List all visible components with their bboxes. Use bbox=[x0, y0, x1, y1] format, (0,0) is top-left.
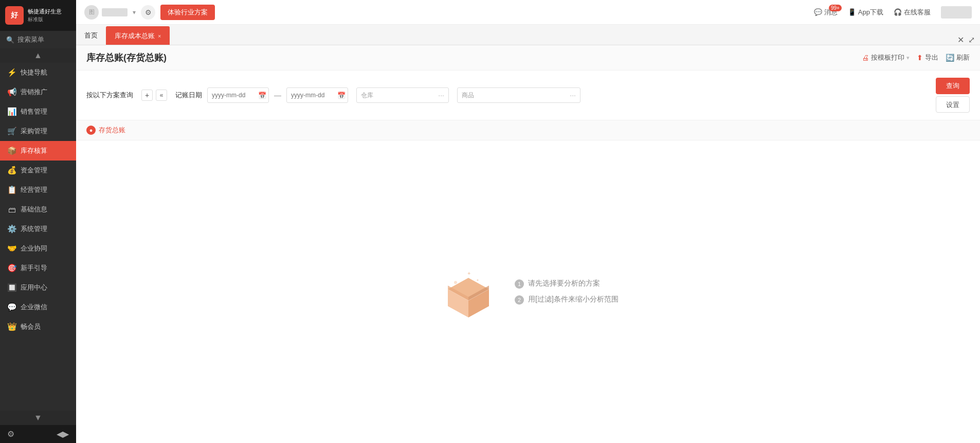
search-menu-label: 搜索菜单 bbox=[17, 35, 44, 44]
topbar-gear-button[interactable]: ⚙ bbox=[141, 5, 155, 20]
app-logo: 好 畅捷通好生意 标准版 bbox=[0, 0, 76, 31]
user-avatar: 图 bbox=[84, 5, 99, 20]
username-box bbox=[941, 6, 972, 19]
sidebar-item-label: 应用中心 bbox=[21, 283, 47, 292]
calendar-end-icon: 📅 bbox=[337, 92, 346, 99]
panel-expand-button[interactable]: ⤢ bbox=[968, 35, 975, 45]
sidebar-item-inventory[interactable]: 📦 库存核算 bbox=[0, 141, 76, 161]
sidebar-item-label: 基础信息 bbox=[21, 205, 47, 214]
date-end-input[interactable]: 📅 bbox=[286, 87, 348, 103]
date-start-input[interactable]: 📅 bbox=[207, 87, 269, 103]
message-button[interactable]: 💬 消息 99+ bbox=[814, 8, 838, 17]
warehouse-more-icon[interactable]: ··· bbox=[438, 91, 444, 99]
empty-state: ✦ ✦ 1 请先选择要分析的方案 2 用[过滤]条件来缩小分析范 bbox=[76, 140, 980, 443]
topbar-chevron-icon[interactable]: ▾ bbox=[133, 9, 136, 16]
message-badge: 99+ bbox=[829, 5, 842, 11]
inventory-icon: 📦 bbox=[7, 146, 16, 155]
sidebar-item-label: 系统管理 bbox=[21, 224, 47, 234]
basic-info-icon: 🗃 bbox=[7, 205, 16, 214]
sidebar-item-app-center[interactable]: 🔲 应用中心 bbox=[0, 278, 76, 297]
svg-point-9 bbox=[454, 281, 457, 284]
trial-button[interactable]: 体验行业方案 bbox=[160, 5, 215, 20]
warehouse-filter[interactable]: 仓库 ··· bbox=[356, 87, 449, 103]
print-button[interactable]: 🖨 按模板打印 ▾ bbox=[862, 53, 910, 62]
tab-close-icon[interactable]: × bbox=[158, 33, 161, 39]
main-area: 图 ▾ ⚙ 体验行业方案 💬 消息 99+ 📱 App下载 🎧 在线客服 bbox=[76, 0, 980, 443]
sidebar-item-label: 企业协同 bbox=[21, 244, 47, 253]
settings-button[interactable]: 设置 bbox=[936, 96, 970, 113]
calendar-start-icon: 📅 bbox=[258, 92, 266, 99]
settings-icon[interactable]: ⚙ bbox=[7, 429, 14, 439]
content-area: 库存总账(存货总账) 🖨 按模板打印 ▾ ⬆ 导出 🔄 刷新 按以下方案查询 bbox=[76, 45, 980, 443]
sidebar-item-purchase[interactable]: 🛒 采购管理 bbox=[0, 121, 76, 141]
sidebar-item-enterprise[interactable]: 🤝 企业协同 bbox=[0, 239, 76, 258]
tip-text-1: 请先选择要分析的方案 bbox=[528, 279, 600, 288]
filter-collapse-button[interactable]: « bbox=[156, 90, 167, 101]
refresh-button[interactable]: 🔄 刷新 bbox=[946, 53, 970, 62]
page-header-actions: 🖨 按模板打印 ▾ ⬆ 导出 🔄 刷新 bbox=[862, 53, 970, 62]
sidebar-item-label: 库存核算 bbox=[21, 146, 47, 155]
scroll-down-button[interactable]: ▼ bbox=[0, 411, 76, 425]
sidebar-item-label: 新手引导 bbox=[21, 263, 47, 273]
empty-tip-2: 2 用[过滤]条件来缩小分析范围 bbox=[515, 295, 619, 305]
sidebar-item-marketing[interactable]: 📢 营销推广 bbox=[0, 82, 76, 102]
sidebar-item-label: 畅会员 bbox=[21, 322, 41, 331]
schema-item[interactable]: ● 存货总账 bbox=[86, 126, 125, 135]
query-button[interactable]: 查询 bbox=[936, 78, 970, 94]
empty-tip-1: 1 请先选择要分析的方案 bbox=[515, 279, 619, 289]
schema-icon: ● bbox=[86, 126, 96, 135]
sidebar-item-sales[interactable]: 📊 销售管理 bbox=[0, 102, 76, 121]
empty-illustration: ✦ ✦ bbox=[438, 261, 499, 323]
filter-buttons: 查询 设置 bbox=[936, 78, 970, 113]
date-start-field[interactable] bbox=[212, 92, 258, 99]
collapse-icon[interactable]: ◀▶ bbox=[57, 429, 69, 439]
sales-icon: 📊 bbox=[7, 107, 16, 116]
sidebar-item-wechat[interactable]: 💬 企业微信 bbox=[0, 297, 76, 317]
goods-placeholder: 商品 bbox=[462, 91, 474, 100]
date-end-field[interactable] bbox=[291, 92, 337, 99]
topbar-user-name[interactable] bbox=[941, 6, 972, 19]
sidebar-item-quick-nav[interactable]: ⚡ 快捷导航 bbox=[0, 63, 76, 82]
tab-label: 库存成本总账 bbox=[115, 31, 155, 41]
sidebar-item-label: 销售管理 bbox=[21, 107, 47, 116]
app-download-icon: 📱 bbox=[848, 8, 856, 16]
sidebar-bottom: ⚙ ◀▶ bbox=[0, 425, 76, 443]
sidebar-item-operations[interactable]: 📋 经营管理 bbox=[0, 180, 76, 200]
filter-row-date: 记账日期 📅 — 📅 bbox=[175, 87, 348, 103]
export-label: 导出 bbox=[925, 53, 938, 62]
goods-filter[interactable]: 商品 ··· bbox=[457, 87, 580, 103]
sidebar-item-label: 快捷导航 bbox=[21, 68, 47, 77]
scroll-up-button[interactable]: ▲ bbox=[0, 48, 76, 63]
online-service-button[interactable]: 🎧 在线客服 bbox=[894, 8, 931, 17]
app-download-label: App下载 bbox=[858, 8, 883, 17]
filter-add-button[interactable]: + bbox=[141, 90, 153, 101]
message-icon: 💬 bbox=[814, 8, 822, 16]
search-icon: 🔍 bbox=[6, 36, 14, 44]
app-download-button[interactable]: 📱 App下载 bbox=[848, 8, 883, 17]
app-badge: 标准版 bbox=[28, 16, 62, 23]
sidebar-item-finance[interactable]: 💰 资金管理 bbox=[0, 161, 76, 180]
sidebar-item-label: 经营管理 bbox=[21, 185, 47, 194]
print-dropdown-icon[interactable]: ▾ bbox=[906, 55, 910, 61]
tab-home[interactable]: 首页 bbox=[76, 26, 106, 45]
filter-actions: + « bbox=[141, 90, 167, 101]
tip-num-1: 1 bbox=[515, 279, 524, 289]
goods-more-icon[interactable]: ··· bbox=[570, 91, 576, 99]
search-menu[interactable]: 🔍 搜索菜单 bbox=[0, 31, 76, 48]
sidebar-item-beginner[interactable]: 🎯 新手引导 bbox=[0, 258, 76, 278]
page-header: 库存总账(存货总账) 🖨 按模板打印 ▾ ⬆ 导出 🔄 刷新 bbox=[76, 45, 980, 70]
sidebar-item-label: 采购管理 bbox=[21, 127, 47, 136]
tabs-bar: 首页 库存成本总账 × ✕ ⤢ bbox=[76, 25, 980, 45]
sidebar-nav: ⚡ 快捷导航 📢 营销推广 📊 销售管理 🛒 采购管理 📦 库存核算 💰 资金管… bbox=[0, 63, 76, 411]
headset-icon: 🎧 bbox=[894, 8, 902, 16]
tab-inventory-ledger[interactable]: 库存成本总账 × bbox=[106, 26, 170, 45]
sidebar-item-system[interactable]: ⚙️ 系统管理 bbox=[0, 219, 76, 239]
sidebar-item-vip[interactable]: 👑 畅会员 bbox=[0, 317, 76, 336]
export-button[interactable]: ⬆ 导出 bbox=[917, 53, 938, 62]
sidebar-item-basic-info[interactable]: 🗃 基础信息 bbox=[0, 200, 76, 219]
filter-section-label: 按以下方案查询 bbox=[86, 91, 133, 100]
wechat-icon: 💬 bbox=[7, 303, 16, 312]
date-dash: — bbox=[274, 91, 281, 99]
panel-close-button[interactable]: ✕ bbox=[957, 35, 964, 45]
finance-icon: 💰 bbox=[7, 166, 16, 175]
